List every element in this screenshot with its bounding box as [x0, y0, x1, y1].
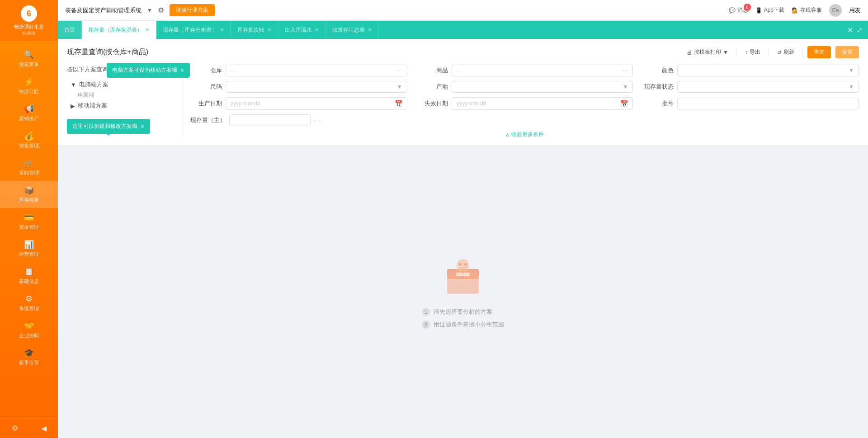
scheme-desktop-item-label: 电脑端	[78, 91, 94, 99]
sidebar-item-operation[interactable]: 📊 经营管理	[0, 235, 58, 262]
filter-panel: 现存量查询(按仓库+商品) 🖨 按模板打印 ▼ ↑ 导出 ↺	[58, 39, 868, 146]
maximize-tabs-button[interactable]: ⤢	[857, 26, 863, 34]
produce-date-calendar-icon[interactable]: 📅	[395, 100, 402, 107]
filter-goods-value: ...	[457, 67, 461, 74]
tab-in-out-flow[interactable]: 出入库流水 ✕	[278, 21, 326, 39]
settings-bottom-icon[interactable]: ⚙	[12, 424, 18, 433]
refresh-icon: ↺	[777, 49, 782, 56]
scheme-label: 按以下方案查询	[67, 66, 108, 74]
finance-icon: 💳	[24, 212, 34, 222]
basic-icon: 📋	[24, 267, 34, 277]
sidebar-item-search[interactable]: 🔍 搜索菜单	[0, 45, 58, 72]
empty-hint-2-text: 用过滤条件来缩小分析范围	[434, 320, 504, 329]
sidebar-item-system[interactable]: ⚙ 系统管理	[0, 289, 58, 316]
tab-inventory-dist[interactable]: 现存量（库存分布表） ✕	[156, 21, 231, 39]
export-label: 导出	[750, 48, 760, 56]
sidebar-item-finance-label: 资金管理	[19, 224, 39, 231]
sidebar-item-sales[interactable]: 💰 销售管理	[0, 127, 58, 154]
export-button[interactable]: ↑ 导出	[741, 47, 764, 58]
tab-inventory-status-close[interactable]: ✕	[145, 27, 150, 33]
search-icon: 🔍	[24, 50, 34, 60]
settings-button[interactable]: 设置	[835, 46, 859, 58]
filter-size-select[interactable]: ▼	[226, 81, 407, 93]
filter-size: 尺码 ▼	[190, 81, 407, 93]
sidebar-item-finance[interactable]: 💳 资金管理	[0, 208, 58, 235]
collapse-more-btn[interactable]: ∧ 收起更多条件	[190, 131, 859, 138]
online-support-action[interactable]: 💁 在线客服	[792, 6, 822, 14]
sidebar-item-newbie[interactable]: 🎓 新手引导	[0, 344, 58, 371]
tooltip-desktop-scheme: 电脑方案可设为移动方案哦 ✕	[107, 63, 190, 78]
sidebar-item-marketing[interactable]: 📢 营销推广	[0, 99, 58, 127]
query-button[interactable]: 查询	[807, 46, 831, 58]
filter-origin-dropdown-icon: ▼	[623, 84, 628, 90]
system-icon: ⚙	[25, 294, 33, 304]
tab-home[interactable]: 首页	[58, 21, 82, 39]
tab-receive-summary[interactable]: 收发存汇总表 ✕	[326, 21, 379, 39]
empty-illustration	[436, 255, 490, 301]
close-all-tabs-button[interactable]: ✕	[847, 26, 853, 34]
filter-stock-status-select[interactable]: ▼	[677, 81, 859, 93]
filter-batch-num-input[interactable]	[677, 98, 859, 109]
message-badge: 6	[744, 4, 751, 11]
empty-svg-icon	[436, 255, 490, 301]
message-action[interactable]: 💬 消息 6	[729, 6, 748, 14]
tooltip-create-text: 这里可以创建和修改方案哦	[72, 122, 137, 130]
header-settings-icon[interactable]: ⚙	[158, 6, 164, 14]
scheme-desktop-group[interactable]: ▼ 电脑端方案	[71, 79, 175, 90]
collapse-label: 收起更多条件	[511, 131, 544, 138]
filter-goods-select[interactable]: ... ⋯	[452, 65, 633, 76]
sidebar-item-enterprise[interactable]: 🤝 企业协同	[0, 316, 58, 344]
tab-in-out-flow-close[interactable]: ✕	[315, 27, 319, 33]
expire-date-calendar-icon[interactable]: 📅	[620, 100, 628, 107]
support-icon: 💁	[792, 7, 798, 14]
trial-button[interactable]: 体验行业方案	[170, 4, 215, 16]
tab-batch-ledger[interactable]: 库存批次账 ✕	[231, 21, 278, 39]
content-area: 1 请先选择要分析的方案 2 用过滤条件来缩小分析范围	[58, 146, 868, 438]
filter-origin: 产地 ▼	[416, 81, 633, 93]
tab-in-out-flow-label: 出入库流水	[285, 26, 312, 34]
filter-origin-select[interactable]: ▼	[452, 81, 633, 93]
svg-rect-3	[456, 273, 470, 276]
filter-warehouse-icon: ⋯	[397, 67, 402, 74]
filter-goods-label: 商品	[416, 66, 448, 75]
sidebar-item-quick[interactable]: ⚡ 快捷导航	[0, 72, 58, 99]
empty-hint-2: 2 用过滤条件来缩小分析范围	[422, 320, 504, 329]
app-download-action[interactable]: 📱 App下载	[755, 6, 784, 14]
filter-color-select[interactable]: ▼	[677, 65, 859, 76]
tab-receive-summary-close[interactable]: ✕	[368, 27, 372, 33]
tooltip-create-close[interactable]: ✕	[140, 123, 145, 130]
tab-inventory-dist-close[interactable]: ✕	[220, 27, 224, 33]
empty-state: 1 请先选择要分析的方案 2 用过滤条件来缩小分析范围	[422, 255, 504, 329]
app-label: App下载	[764, 6, 784, 14]
filter-goods: 商品 ... ⋯	[416, 65, 633, 76]
tooltip-desktop-close[interactable]: ✕	[180, 67, 184, 74]
tab-inventory-status[interactable]: 现存量（库存状况表） ✕	[82, 21, 156, 39]
sidebar-item-basic[interactable]: 📋 基础信息	[0, 262, 58, 289]
filter-row-4: 现存量（主） —	[190, 114, 859, 126]
print-label: 按模板打印	[694, 48, 721, 56]
system-dropdown[interactable]: ▼	[147, 7, 152, 14]
tab-batch-ledger-close[interactable]: ✕	[267, 27, 272, 33]
filter-produce-date: 生产日期 yyyy-mm-dd 📅	[190, 97, 407, 110]
print-icon: 🖨	[687, 49, 692, 56]
scheme-mobile-group[interactable]: ▶ 移动端方案	[71, 100, 175, 111]
filter-stock-qty-from[interactable]	[229, 114, 311, 126]
filter-expire-date-input[interactable]: yyyy-mm-dd 📅	[452, 97, 633, 110]
filter-color: 颜色 ▼	[642, 65, 859, 76]
filter-expire-date: 失效日期 yyyy-mm-dd 📅	[416, 97, 633, 110]
filter-warehouse-select[interactable]: ... ⋯	[226, 65, 407, 76]
actions-divider3	[802, 48, 803, 57]
scheme-tree: ▼ 电脑端方案 电脑端 ▶ 移动端方案	[71, 79, 175, 111]
print-button[interactable]: 🖨 按模板打印 ▼	[683, 47, 732, 58]
sidebar-item-purchase[interactable]: 🛒 采购管理	[0, 154, 58, 181]
tab-home-label: 首页	[64, 26, 75, 34]
support-label: 在线客服	[800, 6, 822, 14]
sidebar-item-inventory[interactable]: 📦 库存核算	[0, 181, 58, 208]
filter-origin-label: 产地	[416, 83, 448, 91]
scheme-desktop-item[interactable]: 电脑端	[78, 90, 175, 100]
refresh-button[interactable]: ↺ 刷新	[774, 47, 798, 58]
collapse-sidebar-icon[interactable]: ◀	[41, 424, 47, 433]
filter-stock-status-dropdown-icon: ▼	[849, 84, 854, 90]
filter-produce-date-input[interactable]: yyyy-mm-dd 📅	[226, 97, 407, 110]
filter-scheme-section: 按以下方案查询 ＋ ✎ ← 电脑方案可设为移动方案哦 ✕	[67, 65, 859, 138]
